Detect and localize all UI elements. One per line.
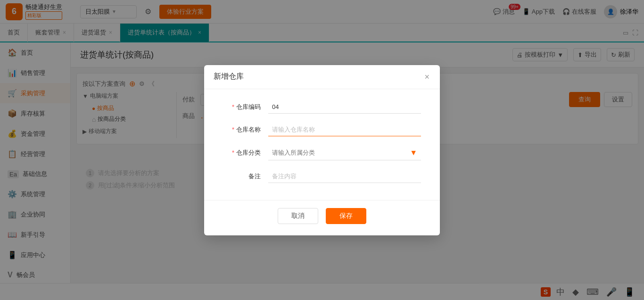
remark-label: 备注 bbox=[223, 172, 261, 181]
new-warehouse-modal: 新增仓库 × 仓库编码 仓库名称 仓库分类 ▼ bbox=[204, 65, 440, 235]
modal-close-btn[interactable]: × bbox=[423, 72, 430, 82]
category-dropdown-arrow[interactable]: ▼ bbox=[410, 149, 417, 157]
form-row-name: 仓库名称 bbox=[223, 123, 421, 136]
form-row-remark: 备注 bbox=[223, 170, 421, 183]
code-input[interactable] bbox=[268, 100, 421, 114]
modal-title: 新增仓库 bbox=[214, 72, 244, 82]
modal-header: 新增仓库 × bbox=[204, 65, 440, 89]
save-button[interactable]: 保存 bbox=[326, 208, 366, 224]
modal-body: 仓库编码 仓库名称 仓库分类 ▼ 备注 bbox=[204, 89, 440, 200]
modal-footer: 取消 保存 bbox=[204, 200, 440, 235]
name-input[interactable] bbox=[268, 123, 421, 136]
form-row-category: 仓库分类 ▼ bbox=[223, 146, 421, 160]
cancel-button[interactable]: 取消 bbox=[278, 208, 318, 224]
category-label: 仓库分类 bbox=[223, 149, 261, 157]
code-label: 仓库编码 bbox=[223, 103, 261, 111]
category-input[interactable] bbox=[272, 149, 410, 156]
form-row-code: 仓库编码 bbox=[223, 100, 421, 114]
remark-input[interactable] bbox=[268, 170, 421, 183]
name-label: 仓库名称 bbox=[223, 125, 261, 134]
modal-overlay: 新增仓库 × 仓库编码 仓库名称 仓库分类 ▼ bbox=[0, 0, 644, 300]
